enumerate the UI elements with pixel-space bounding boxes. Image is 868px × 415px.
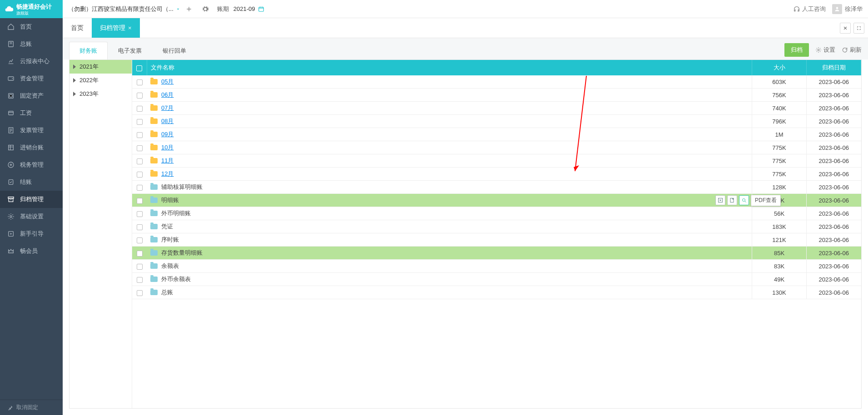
file-name[interactable]: 07月 — [161, 104, 174, 112]
inner-tab-1[interactable]: 电子发票 — [108, 42, 152, 59]
table-row[interactable]: 总账130K2023-06-06 — [132, 286, 861, 299]
row-checkbox[interactable] — [137, 224, 143, 230]
row-checkbox[interactable] — [137, 290, 143, 296]
table-row[interactable]: 11月775K2023-06-06 — [132, 154, 861, 168]
file-name[interactable]: 外币明细账 — [161, 209, 191, 217]
table-row[interactable]: 辅助核算明细账128K2023-06-06 — [132, 181, 861, 194]
file-name[interactable]: 外币余额表 — [161, 275, 191, 283]
nav-list: 首页总账云报表中心资金管理固定资产工资发票管理进销台账税务管理结账归档管理基础设… — [0, 18, 63, 400]
year-item-1[interactable]: 2022年 — [69, 74, 132, 87]
select-all-checkbox[interactable] — [136, 65, 142, 71]
row-checkbox[interactable] — [137, 251, 143, 257]
user-menu[interactable]: 徐泽华 — [832, 4, 863, 14]
add-button[interactable] — [183, 3, 195, 15]
global-tab-1[interactable]: 归档管理× — [92, 18, 140, 38]
inner-tab-2[interactable]: 银行回单 — [152, 42, 197, 59]
nav-item-0[interactable]: 首页 — [0, 18, 63, 35]
table-row[interactable]: 05月603K2023-06-06 — [132, 75, 861, 89]
file-name[interactable]: 08月 — [161, 117, 174, 125]
brand-logo[interactable]: 畅捷通好会计 旗舰版 — [0, 0, 63, 18]
nav-item-9[interactable]: 结账 — [0, 173, 63, 191]
file-name[interactable]: 05月 — [161, 78, 174, 86]
table-row[interactable]: 10月775K2023-06-06 — [132, 141, 861, 154]
row-checkbox[interactable] — [137, 198, 143, 204]
file-name[interactable]: 12月 — [161, 170, 174, 178]
file-name[interactable]: 11月 — [161, 157, 174, 165]
row-checkbox[interactable] — [137, 264, 143, 270]
table-row[interactable]: 明细账PDF查看30K2023-06-06 — [132, 194, 861, 207]
nav-item-10[interactable]: 归档管理 — [0, 191, 63, 208]
nav-item-6[interactable]: 发票管理 — [0, 122, 63, 139]
download-excel-icon[interactable] — [715, 195, 725, 205]
file-name[interactable]: 06月 — [161, 91, 174, 99]
nav-item-12[interactable]: 新手引导 — [0, 225, 63, 242]
table-row[interactable]: 余额表83K2023-06-06 — [132, 260, 861, 273]
row-checkbox[interactable] — [137, 145, 143, 151]
file-name[interactable]: 余额表 — [161, 262, 179, 270]
nav-item-7[interactable]: 进销台账 — [0, 139, 63, 156]
sidebar-unpin-label: 取消固定 — [16, 404, 38, 411]
row-checkbox[interactable] — [137, 237, 143, 243]
nav-item-2[interactable]: 云报表中心 — [0, 53, 63, 70]
file-name[interactable]: 序时账 — [161, 236, 179, 244]
row-checkbox[interactable] — [137, 172, 143, 178]
global-tab-0[interactable]: 首页 — [63, 18, 92, 38]
file-name[interactable]: 辅助核算明细账 — [161, 183, 203, 191]
inner-tab-0[interactable]: 财务账 — [69, 42, 108, 59]
period-label: 账期 — [217, 5, 229, 13]
pdf-view-icon[interactable] — [739, 195, 749, 205]
fullscreen-button[interactable] — [853, 23, 864, 34]
row-checkbox[interactable] — [137, 119, 143, 125]
file-name[interactable]: 凭证 — [161, 222, 173, 231]
year-label: 2021年 — [79, 63, 99, 71]
table-row[interactable]: 外币余额表49K2023-06-06 — [132, 273, 861, 286]
download-pdf-icon[interactable] — [727, 195, 737, 205]
table-row[interactable]: 12月775K2023-06-06 — [132, 168, 861, 181]
nav-item-1[interactable]: 总账 — [0, 35, 63, 53]
nav-item-8[interactable]: 税务管理 — [0, 156, 63, 173]
close-tab-button[interactable] — [840, 23, 851, 34]
nav-item-4[interactable]: 固定资产 — [0, 87, 63, 104]
row-checkbox[interactable] — [137, 277, 143, 283]
period-selector[interactable]: 账期 2021-09 — [217, 5, 264, 13]
table-row[interactable]: 08月796K2023-06-06 — [132, 115, 861, 128]
table-row[interactable]: 存货数量明细账85K2023-06-06 — [132, 247, 861, 260]
nav-item-13[interactable]: 畅会员 — [0, 242, 63, 260]
table-row[interactable]: 外币明细账56K2023-06-06 — [132, 207, 861, 220]
year-item-0[interactable]: 2021年 — [69, 60, 132, 74]
row-checkbox[interactable] — [137, 185, 143, 191]
year-item-2[interactable]: 2023年 — [69, 87, 132, 101]
file-name[interactable]: 存货数量明细账 — [161, 249, 203, 257]
row-checkbox[interactable] — [137, 132, 143, 138]
year-label: 2023年 — [79, 90, 99, 98]
row-checkbox[interactable] — [137, 79, 143, 85]
folder-icon — [150, 105, 158, 111]
brand-edition: 旗舰版 — [16, 11, 52, 15]
nav-item-5[interactable]: 工资 — [0, 104, 63, 122]
nav-item-3[interactable]: 资金管理 — [0, 70, 63, 87]
refresh-icon — [842, 47, 848, 53]
toolbar-settings[interactable]: 设置 — [815, 46, 835, 54]
table-row[interactable]: 09月1M2023-06-06 — [132, 128, 861, 141]
sidebar-unpin[interactable]: 取消固定 — [0, 400, 63, 415]
file-name[interactable]: 明细账 — [161, 196, 179, 204]
file-name[interactable]: 10月 — [161, 143, 174, 152]
row-checkbox[interactable] — [137, 106, 143, 112]
nav-item-label: 发票管理 — [20, 126, 44, 134]
close-icon[interactable]: × — [128, 25, 132, 31]
file-name[interactable]: 总账 — [161, 288, 173, 296]
row-checkbox[interactable] — [137, 158, 143, 164]
file-name[interactable]: 09月 — [161, 130, 174, 138]
row-checkbox[interactable] — [137, 211, 143, 217]
row-checkbox[interactable] — [137, 93, 143, 99]
table-row[interactable]: 07月740K2023-06-06 — [132, 102, 861, 115]
company-selector[interactable]: （勿删） 江西骏宝精品有限责任公司（... — [68, 5, 181, 13]
manual-consult[interactable]: 人工咨询 — [793, 5, 826, 13]
toolbar-refresh[interactable]: 刷新 — [842, 46, 862, 54]
table-row[interactable]: 06月756K2023-06-06 — [132, 89, 861, 102]
archive-button[interactable]: 归档 — [784, 43, 809, 57]
table-row[interactable]: 凭证183K2023-06-06 — [132, 220, 861, 233]
nav-item-11[interactable]: 基础设置 — [0, 208, 63, 225]
table-row[interactable]: 序时账121K2023-06-06 — [132, 233, 861, 247]
gear-icon-top[interactable] — [199, 3, 212, 15]
